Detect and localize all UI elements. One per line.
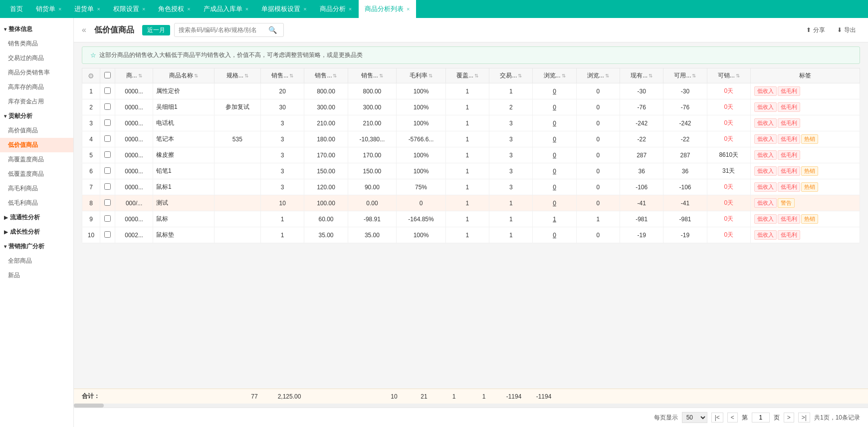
nav-home[interactable]: 首页 bbox=[4, 0, 29, 18]
views-link[interactable]: 0 bbox=[553, 168, 556, 175]
page-size-select[interactable]: 50 100 200 bbox=[682, 412, 707, 423]
column-name[interactable]: 商品名称⇅ bbox=[153, 68, 215, 83]
sort-sellable-icon[interactable]: ⇅ bbox=[736, 73, 740, 78]
column-transactions[interactable]: 交易...⇅ bbox=[489, 68, 533, 83]
row-checkbox[interactable] bbox=[104, 231, 111, 238]
sidebar-item-traded[interactable]: 交易过的商品 bbox=[0, 51, 73, 65]
row-checkbox[interactable] bbox=[104, 199, 111, 206]
column-stock1[interactable]: 现有...⇅ bbox=[620, 68, 663, 83]
cell-checkbox[interactable] bbox=[100, 99, 115, 115]
views-link[interactable]: 0 bbox=[553, 120, 556, 127]
sidebar-item-high-stock[interactable]: 高库存的商品 bbox=[0, 80, 73, 94]
sort-stock1-icon[interactable]: ⇅ bbox=[649, 73, 652, 78]
cell-checkbox[interactable] bbox=[100, 115, 115, 131]
sort-code-icon[interactable]: ⇅ bbox=[138, 73, 142, 78]
sidebar-item-low-coverage[interactable]: 低覆盖度商品 bbox=[0, 167, 73, 181]
page-number-input[interactable] bbox=[752, 413, 770, 423]
column-views1[interactable]: 浏览...⇅ bbox=[533, 68, 576, 83]
last-page-button[interactable]: >| bbox=[798, 413, 810, 423]
collapse-sidebar-button[interactable]: « bbox=[82, 25, 86, 34]
sidebar-item-high-value[interactable]: 高价值商品 bbox=[0, 123, 73, 138]
close-product-analysis-icon[interactable]: × bbox=[349, 6, 352, 12]
nav-permission-settings[interactable]: 权限设置 × bbox=[107, 0, 151, 18]
column-sales-qty[interactable]: 销售...⇅ bbox=[261, 68, 304, 83]
sort-transactions-icon[interactable]: ⇅ bbox=[518, 73, 522, 78]
nav-product-analysis-list[interactable]: 商品分析列表 × bbox=[359, 0, 416, 18]
sidebar-item-stock-capital[interactable]: 库存资金占用 bbox=[0, 94, 73, 109]
sort-spec-icon[interactable]: ⇅ bbox=[244, 73, 248, 78]
column-code[interactable]: 商...⇅ bbox=[115, 68, 153, 83]
export-button[interactable]: ⬇ 导出 bbox=[833, 24, 860, 36]
row-checkbox[interactable] bbox=[104, 119, 111, 126]
views-link[interactable]: 0 bbox=[553, 152, 556, 159]
sort-views1-icon[interactable]: ⇅ bbox=[562, 73, 566, 78]
row-checkbox[interactable] bbox=[104, 103, 111, 110]
cell-checkbox[interactable] bbox=[100, 131, 115, 147]
column-sellable[interactable]: 可销...⇅ bbox=[707, 68, 750, 83]
sidebar-group-overall[interactable]: ▾整体信息 bbox=[0, 22, 73, 36]
sort-coverage-icon[interactable]: ⇅ bbox=[474, 73, 478, 78]
sidebar-item-category-sales-rate[interactable]: 商品分类销售率 bbox=[0, 65, 73, 80]
sort-stock2-icon[interactable]: ⇅ bbox=[692, 73, 696, 78]
views-link[interactable]: 1 bbox=[553, 216, 556, 223]
close-template-icon[interactable]: × bbox=[303, 6, 306, 12]
sort-name-icon[interactable]: ⇅ bbox=[194, 73, 198, 78]
cell-checkbox[interactable] bbox=[100, 147, 115, 163]
sidebar-group-contribution[interactable]: ▾贡献分析 bbox=[0, 109, 73, 123]
sidebar-item-sales-category[interactable]: 销售类商品 bbox=[0, 36, 73, 51]
close-sales-order-icon[interactable]: × bbox=[58, 6, 61, 12]
close-permission-icon[interactable]: × bbox=[142, 6, 145, 12]
cell-checkbox[interactable] bbox=[100, 163, 115, 179]
sidebar-group-circulation[interactable]: ▶流通性分析 bbox=[0, 210, 73, 225]
search-icon[interactable]: 🔍 bbox=[268, 26, 277, 34]
column-margin[interactable]: 毛利率⇅ bbox=[397, 68, 446, 83]
row-checkbox[interactable] bbox=[104, 87, 111, 94]
sort-sales-profit-icon[interactable]: ⇅ bbox=[379, 73, 383, 78]
column-spec[interactable]: 规格...⇅ bbox=[214, 68, 260, 83]
cell-checkbox[interactable] bbox=[100, 195, 115, 211]
row-checkbox[interactable] bbox=[104, 183, 111, 190]
horizontal-scrollbar[interactable] bbox=[74, 404, 868, 408]
row-checkbox[interactable] bbox=[104, 167, 111, 174]
select-all-checkbox[interactable] bbox=[104, 72, 111, 78]
views-link[interactable]: 0 bbox=[553, 200, 556, 207]
views-link[interactable]: 0 bbox=[553, 104, 556, 111]
search-input[interactable] bbox=[179, 26, 268, 33]
next-page-button[interactable]: > bbox=[784, 413, 794, 423]
sidebar-item-new-products[interactable]: 新品 bbox=[0, 268, 73, 283]
nav-product-analysis[interactable]: 商品分析 × bbox=[314, 0, 358, 18]
sidebar-item-low-margin[interactable]: 低毛利商品 bbox=[0, 196, 73, 210]
close-role-auth-icon[interactable]: × bbox=[187, 6, 190, 12]
nav-purchase-order[interactable]: 进货单 × bbox=[68, 0, 106, 18]
column-sales-profit[interactable]: 销售...⇅ bbox=[348, 68, 397, 83]
row-checkbox[interactable] bbox=[104, 215, 111, 222]
sidebar-group-growth[interactable]: ▶成长性分析 bbox=[0, 225, 73, 239]
sidebar-item-all-products[interactable]: 全部商品 bbox=[0, 254, 73, 268]
sort-sales-qty-icon[interactable]: ⇅ bbox=[289, 73, 293, 78]
column-views2[interactable]: 浏览...⇅ bbox=[576, 68, 620, 83]
close-product-analysis-list-icon[interactable]: × bbox=[407, 6, 410, 12]
views-link[interactable]: 0 bbox=[553, 232, 556, 239]
close-purchase-order-icon[interactable]: × bbox=[97, 6, 100, 12]
gear-icon[interactable]: ⚙ bbox=[88, 72, 94, 80]
prev-page-button[interactable]: < bbox=[727, 413, 738, 423]
nav-product-inbound[interactable]: 产成品入库单 × bbox=[198, 0, 254, 18]
cell-checkbox[interactable] bbox=[100, 227, 115, 243]
first-page-button[interactable]: |< bbox=[711, 413, 723, 423]
nav-template-settings[interactable]: 单据模板设置 × bbox=[255, 0, 312, 18]
sort-views2-icon[interactable]: ⇅ bbox=[605, 73, 609, 78]
column-coverage[interactable]: 覆盖...⇅ bbox=[445, 68, 489, 83]
nav-sales-order[interactable]: 销货单 × bbox=[30, 0, 67, 18]
cell-checkbox[interactable] bbox=[100, 83, 115, 99]
views-link[interactable]: 0 bbox=[553, 184, 556, 191]
row-checkbox[interactable] bbox=[104, 151, 111, 158]
column-sales-amt[interactable]: 销售...⇅ bbox=[304, 68, 348, 83]
sidebar-item-high-margin[interactable]: 高毛利商品 bbox=[0, 181, 73, 196]
sidebar-group-marketing[interactable]: ▾营销推广分析 bbox=[0, 239, 73, 254]
column-settings[interactable]: ⚙ bbox=[82, 68, 100, 83]
cell-checkbox[interactable] bbox=[100, 211, 115, 227]
cell-checkbox[interactable] bbox=[100, 179, 115, 195]
nav-role-auth[interactable]: 角色授权 × bbox=[152, 0, 196, 18]
scrollbar-thumb[interactable] bbox=[74, 404, 104, 408]
sidebar-item-low-value[interactable]: 低价值商品 bbox=[0, 138, 73, 152]
